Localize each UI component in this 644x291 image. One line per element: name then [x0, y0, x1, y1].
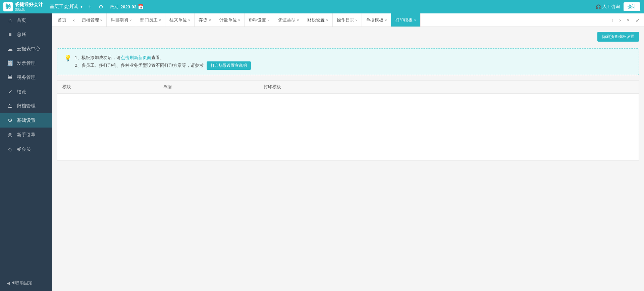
lightbulb-icon: 💡: [64, 54, 71, 62]
col-print-template: 打印模板: [264, 84, 634, 90]
sidebar-label-ledger: 总账: [17, 32, 26, 38]
tab-close-voucher[interactable]: ×: [297, 18, 299, 22]
info-box: 💡 1、模板添加成功后，请点击刷新新页面查看。 2、多员工、多打印机、多种业务类…: [57, 48, 639, 75]
sidebar-item-closing[interactable]: ✓ 结账: [0, 85, 52, 99]
content-area: 首页 ‹ 归档管理 × 科目期初 × 部门员工 × 往来单位 ×: [52, 13, 644, 291]
sidebar-item-cloud-reports[interactable]: ☁ 云报表中心: [0, 42, 52, 56]
tab-counterparty[interactable]: 往来单位 ×: [165, 13, 195, 27]
tab-close-all-button[interactable]: ×: [624, 16, 632, 24]
sidebar: ⌂ 首页 ≡ 总账 ☁ 云报表中心 🧾 发票管理 🏛 税务管理 ✓ 结账: [0, 13, 52, 291]
col-module: 模块: [62, 84, 163, 90]
settings-icon: ⚙: [7, 117, 13, 124]
sidebar-item-guide[interactable]: ◎ 新手引导: [0, 128, 52, 142]
tab-controls: ‹ › × ⤢: [609, 16, 642, 24]
logo-area: 畅 畅捷通好会计 旗舰版: [3, 2, 43, 12]
tab-tax-settings[interactable]: 财税设置 ×: [303, 13, 332, 27]
logo-subtitle: 旗舰版: [15, 7, 43, 12]
tab-label-printtemplate: 打印模板: [395, 17, 413, 23]
support-button[interactable]: 🎧 人工咨询: [596, 4, 620, 10]
logo-char: 畅: [5, 3, 11, 10]
sidebar-item-home[interactable]: ⌂ 首页: [0, 13, 52, 28]
sidebar-label-closing: 结账: [17, 89, 26, 95]
tab-prev-button[interactable]: ‹: [609, 16, 616, 24]
project-selector[interactable]: 基层工会测试 ▾: [50, 4, 83, 10]
tab-close-printtemplate[interactable]: ×: [414, 18, 416, 22]
top-action-area: 隐藏预查模板设置: [57, 32, 639, 45]
refresh-link[interactable]: 点击刷新新页面: [121, 55, 151, 60]
info-line2-prefix: 2、多员工、多打印机、多种业务类型设置不同打印方案等，请参考: [75, 63, 204, 68]
col-document: 单据: [163, 84, 264, 90]
tab-archive-management[interactable]: 归档管理 ×: [77, 13, 107, 27]
tab-close-counterparty[interactable]: ×: [188, 18, 190, 22]
tab-label-doctemplate: 单据模板: [366, 17, 383, 23]
sidebar-item-general-ledger[interactable]: ≡ 总账: [0, 28, 52, 42]
sidebar-label-archive: 归档管理: [17, 103, 36, 109]
tab-close-tax[interactable]: ×: [326, 18, 328, 22]
archive-icon: 🗂: [7, 103, 13, 109]
tab-print-template[interactable]: 打印模板 ×: [391, 13, 420, 27]
tab-label-subject: 科目期初: [111, 17, 128, 23]
closing-icon: ✓: [7, 89, 13, 95]
unpin-label: ◀取消固定: [11, 280, 33, 286]
tab-label-voucher: 凭证类型: [278, 17, 296, 23]
sidebar-label-settings: 基础设置: [17, 117, 36, 124]
tab-voucher-type[interactable]: 凭证类型 ×: [274, 13, 303, 27]
logo-title: 畅捷通好会计: [15, 2, 43, 7]
project-name: 基层工会测试: [50, 4, 78, 10]
invoice-icon: 🧾: [7, 60, 13, 66]
tab-close-archive[interactable]: ×: [100, 18, 102, 22]
tab-operation-log[interactable]: 操作日志 ×: [333, 13, 362, 27]
print-scene-explain-button[interactable]: 打印场景设置宣说明: [207, 61, 251, 70]
info-text-area: 1、模板添加成功后，请点击刷新新页面查看。 2、多员工、多打印机、多种业务类型设…: [75, 54, 251, 70]
guide-icon: ◎: [7, 132, 13, 138]
tab-close-subject[interactable]: ×: [129, 18, 131, 22]
top-bar: 畅 畅捷通好会计 旗舰版 基层工会测试 ▾ ＋ ⚙ 账期 2023-03 📅 🎧…: [0, 0, 644, 13]
top-right: 🎧 人工咨询 会计: [596, 2, 641, 11]
sidebar-label-invoice: 发票管理: [17, 60, 36, 66]
hide-preview-button[interactable]: 隐藏预查模板设置: [597, 32, 639, 42]
sidebar-item-archive[interactable]: 🗂 归档管理: [0, 99, 52, 113]
kuaiji-button[interactable]: 会计: [623, 2, 641, 11]
tab-label-dept: 部门员工: [140, 17, 158, 23]
member-icon: ◇: [7, 146, 13, 152]
tax-icon: 🏛: [7, 75, 13, 81]
tab-close-unit[interactable]: ×: [238, 18, 240, 22]
tab-inventory[interactable]: 存货 ×: [195, 13, 215, 27]
info-line1-suffix: 查看。: [151, 55, 164, 60]
table-header: 模块 单据 打印模板: [57, 80, 639, 94]
sidebar-item-invoice[interactable]: 🧾 发票管理: [0, 56, 52, 70]
tab-back-arrow[interactable]: ‹: [70, 17, 77, 23]
sidebar-item-tax[interactable]: 🏛 税务管理: [0, 70, 52, 85]
sidebar-item-basic-settings[interactable]: ⚙ 基础设置: [0, 113, 52, 128]
tab-currency[interactable]: 币种设置 ×: [245, 13, 274, 27]
support-label: 人工咨询: [602, 4, 620, 10]
tab-close-currency[interactable]: ×: [267, 18, 269, 22]
main-area: ⌂ 首页 ≡ 总账 ☁ 云报表中心 🧾 发票管理 🏛 税务管理 ✓ 结账: [0, 13, 644, 291]
unpin-icon: ◀: [7, 281, 10, 286]
sidebar-unpin-button[interactable]: ◀ ◀取消固定: [0, 275, 52, 291]
tab-expand-button[interactable]: ⤢: [633, 16, 642, 24]
tab-label-unit: 计量单位: [219, 17, 237, 23]
tab-close-dept[interactable]: ×: [159, 18, 161, 22]
settings-icon-button[interactable]: ⚙: [97, 2, 105, 11]
info-line1-prefix: 1、模板添加成功后，请: [75, 55, 121, 60]
tab-close-oplog[interactable]: ×: [356, 18, 358, 22]
period-label: 账期: [110, 4, 118, 10]
sidebar-item-member[interactable]: ◇ 畅会员: [0, 142, 52, 156]
calendar-icon[interactable]: 📅: [138, 4, 144, 9]
tab-close-doctemplate[interactable]: ×: [385, 18, 387, 22]
tab-close-inventory[interactable]: ×: [209, 18, 211, 22]
tab-home[interactable]: 首页: [54, 17, 70, 23]
sidebar-label-cloud: 云报表中心: [17, 46, 40, 52]
home-icon: ⌂: [7, 17, 13, 23]
tab-department-staff[interactable]: 部门员工 ×: [136, 13, 165, 27]
add-tab-button[interactable]: ＋: [86, 2, 94, 12]
tab-label-counterparty: 往来单位: [169, 17, 187, 23]
ledger-icon: ≡: [7, 32, 13, 38]
table-body: [57, 94, 639, 161]
tab-next-button[interactable]: ›: [616, 16, 624, 24]
tab-doc-template[interactable]: 单据模板 ×: [362, 13, 391, 27]
sidebar-label-guide: 新手引导: [17, 132, 36, 138]
tab-subject-opening[interactable]: 科目期初 ×: [107, 13, 136, 27]
tab-unit-measure[interactable]: 计量单位 ×: [215, 13, 245, 27]
